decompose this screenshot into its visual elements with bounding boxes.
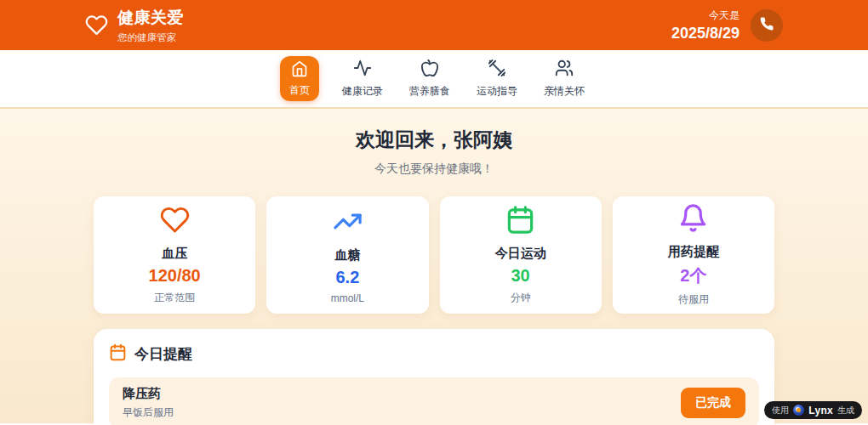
date-block: 今天是 2025/8/29 [671,8,740,42]
stat-label: 今日运动 [495,246,546,262]
bell-icon [678,203,708,244]
tab-family-care[interactable]: 亲情关怀 [540,54,588,104]
reminder-text: 降压药 早饭后服用 [123,386,174,420]
tab-exercise-label: 运动指导 [477,84,517,99]
date-label: 今天是 [671,8,740,23]
badge-suffix: 生成 [837,405,854,416]
stat-value: 30 [511,266,530,286]
tab-home[interactable]: 首页 [280,56,319,101]
tab-nutrition[interactable]: 营养膳食 [406,54,454,104]
heart-icon [160,205,190,246]
main-nav: 首页 健康记录 营养膳食 运动指导 亲情关怀 [0,50,868,109]
stat-card-blood-pressure[interactable]: 血压 120/80 正常范围 [94,196,255,314]
lynx-logo-icon [793,405,804,416]
date-value: 2025/8/29 [671,25,740,42]
stat-unit: 待服用 [678,292,709,307]
stat-unit: mmol/L [331,292,364,304]
tab-nutrition-label: 营养膳食 [409,84,450,99]
health-app-window: 健康关爱 您的健康管家 今天是 2025/8/29 首页 [0,0,868,425]
stats-row: 血压 120/80 正常范围 血糖 6.2 mmol/L 今日运动 30 分钟 [94,196,774,314]
stat-value: 120/80 [149,266,201,286]
phone-icon [759,16,774,34]
badge-brand: Lynx [808,405,833,416]
stat-card-medication[interactable]: 用药提醒 2个 待服用 [613,196,774,314]
app-header: 健康关爱 您的健康管家 今天是 2025/8/29 [0,0,868,50]
tab-family-care-label: 亲情关怀 [544,84,585,99]
main-content: 欢迎回来，张阿姨 今天也要保持健康哦！ 血压 120/80 正常范围 血糖 6.… [0,109,868,423]
stat-label: 血压 [162,246,187,262]
reminder-name: 降压药 [123,386,174,402]
badge-prefix: 使用 [772,405,789,416]
stat-value: 6.2 [335,268,359,287]
lynx-badge: 使用 Lynx 生成 [764,401,862,419]
header-right: 今天是 2025/8/29 [671,8,783,42]
stat-card-exercise[interactable]: 今日运动 30 分钟 [440,196,602,314]
brand: 健康关爱 您的健康管家 [85,7,184,44]
stat-label: 用药提醒 [668,244,719,260]
trending-up-icon [333,207,363,247]
reminder-item: 降压药 早饭后服用 已完成 [109,377,759,425]
welcome-title: 欢迎回来，张阿姨 [0,127,868,153]
stat-unit: 分钟 [511,291,531,305]
home-icon [291,60,308,80]
brand-text: 健康关爱 您的健康管家 [117,7,184,44]
reminders-title: 今日提醒 [134,344,192,364]
calendar-icon [109,343,127,365]
calendar-icon [505,205,535,246]
tab-exercise[interactable]: 运动指导 [473,54,521,104]
tab-health-records[interactable]: 健康记录 [339,54,386,104]
activity-icon [353,59,372,80]
tab-home-label: 首页 [289,83,310,98]
tab-health-records-label: 健康记录 [342,84,383,99]
reminders-header: 今日提醒 [109,343,759,365]
app-subtitle: 您的健康管家 [117,31,184,44]
reminder-done-button[interactable]: 已完成 [681,388,745,418]
heart-logo-icon [85,14,108,37]
stat-label: 血糖 [334,247,360,264]
reminders-panel: 今日提醒 降压药 早饭后服用 已完成 [94,329,774,425]
stat-value: 2个 [680,264,706,287]
users-icon [555,59,574,80]
stat-card-blood-sugar[interactable]: 血糖 6.2 mmol/L [266,196,428,314]
app-title: 健康关爱 [117,7,184,29]
welcome-subtitle: 今天也要保持健康哦！ [0,162,868,177]
stat-unit: 正常范围 [154,291,195,305]
reminder-note: 早饭后服用 [123,405,174,420]
apple-icon [420,59,439,80]
dumbbell-icon [488,59,506,80]
phone-button[interactable] [751,9,783,42]
